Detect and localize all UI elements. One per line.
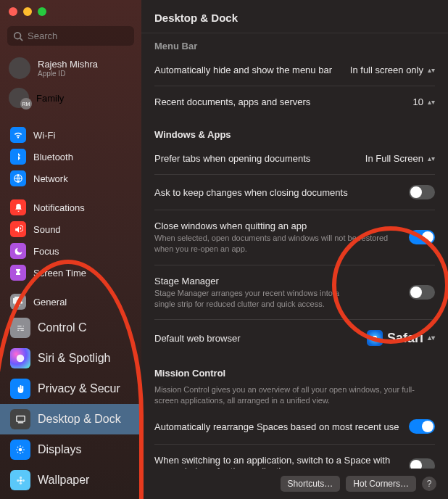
sidebar-item-desktop-dock[interactable]: Desktop & Dock — [0, 404, 141, 434]
row-auto-hide-menubar: Automatically hide and show the menu bar — [154, 65, 341, 75]
section-mission-control: Mission Control — [154, 368, 435, 379]
auto-rearrange-toggle[interactable] — [409, 419, 435, 434]
avatar — [9, 57, 30, 79]
row-recent-items: Recent documents, apps and servers — [154, 96, 405, 107]
sidebar-item-label: Network — [33, 173, 68, 184]
row-close-windows-quit: Close windows when quitting an app — [154, 220, 400, 231]
section-menu-bar: Menu Bar — [154, 41, 435, 51]
sidebar-item-focus[interactable]: Focus — [0, 240, 141, 262]
sidebar: Search Rajesh Mishra Apple ID RM Family … — [0, 0, 141, 499]
row-stage-manager: Stage Manager — [154, 276, 343, 286]
row-prefer-tabs: Prefer tabs when opening documents — [154, 153, 357, 164]
sidebar-list: Wi-FiBluetoothNetwork NotificationsSound… — [0, 112, 141, 499]
sidebar-item-screen-time[interactable]: Screen Time — [0, 262, 141, 284]
hand-icon — [10, 379, 30, 399]
search-icon — [13, 31, 23, 41]
search-placeholder: Search — [28, 30, 57, 41]
window-controls — [0, 0, 141, 23]
mission-control-sub: Mission Control gives you an overview of… — [154, 384, 435, 406]
chevron-updown-icon: ▴▾ — [428, 68, 435, 73]
sidebar-item-family[interactable]: RM Family — [0, 83, 141, 112]
svg-point-6 — [19, 448, 22, 452]
row-stage-manager-sub: Stage Manager arranges your recent windo… — [154, 288, 343, 310]
sidebar-item-label: Focus — [33, 246, 59, 257]
svg-point-0 — [14, 32, 21, 38]
sidebar-item-control-c[interactable]: Control C — [0, 313, 141, 343]
svg-point-11 — [22, 479, 24, 481]
chevron-updown-icon: ▴▾ — [428, 157, 435, 161]
sidebar-item-label: Desktop & Dock — [38, 413, 121, 426]
svg-line-1 — [20, 38, 23, 41]
sun-icon — [10, 440, 30, 460]
content-pane: Desktop & Dock Menu Bar Automatically hi… — [141, 0, 448, 499]
row-auto-rearrange: Automatically rearrange Spaces based on … — [154, 421, 400, 432]
siri-icon — [10, 348, 30, 368]
page-title: Desktop & Dock — [141, 0, 448, 33]
user-sub: Apple ID — [38, 70, 98, 78]
avatar: RM — [9, 88, 29, 108]
sidebar-item-siri-spotligh[interactable]: Siri & Spotligh — [0, 343, 141, 374]
svg-point-8 — [19, 477, 21, 479]
default-browser-popup[interactable]: Safari ▴▾ — [367, 330, 435, 346]
sidebar-item-bluetooth[interactable]: Bluetooth — [0, 146, 141, 168]
svg-rect-5 — [17, 422, 23, 423]
bell-icon — [10, 199, 26, 215]
prefer-tabs-popup[interactable]: In Full Screen ▴▾ — [365, 153, 435, 164]
row-switch-space: When switching to an application, switch… — [154, 455, 400, 469]
sidebar-item-network[interactable]: Network — [0, 168, 141, 189]
sidebar-item-screen-save[interactable]: Screen Save — [0, 495, 141, 499]
svg-point-9 — [19, 482, 21, 484]
gear-icon — [10, 294, 26, 310]
hot-corners-button[interactable]: Hot Corners… — [346, 476, 416, 492]
user-name: Rajesh Mishra — [38, 59, 98, 70]
footer: Shortcuts… Hot Corners… ? — [141, 469, 448, 499]
stage-manager-toggle[interactable] — [409, 285, 435, 300]
row-ask-keep-changes: Ask to keep changes when closing documen… — [154, 187, 400, 198]
family-label: Family — [36, 93, 64, 104]
sidebar-item-wallpaper[interactable]: Wallpaper — [0, 465, 141, 495]
row-default-browser: Default web browser — [154, 333, 358, 344]
safari-icon — [367, 330, 383, 346]
sidebar-item-label: General — [33, 297, 67, 308]
sidebar-item-label: Bluetooth — [33, 152, 73, 162]
sidebar-item-label: Notifications — [33, 202, 85, 213]
sidebar-item-notifications[interactable]: Notifications — [0, 197, 141, 218]
hourglass-icon — [10, 265, 26, 281]
shortcuts-button[interactable]: Shortcuts… — [281, 476, 341, 492]
fullscreen-icon[interactable] — [38, 7, 46, 16]
wifi-icon — [10, 127, 26, 143]
globe-icon — [10, 170, 26, 186]
minimize-icon[interactable] — [23, 7, 32, 16]
recent-popup[interactable]: 10 ▴▾ — [413, 96, 435, 107]
svg-point-10 — [17, 479, 19, 481]
section-windows-apps: Windows & Apps — [154, 129, 435, 140]
sliders-icon — [10, 318, 30, 338]
sidebar-item-privacy-secur[interactable]: Privacy & Secur — [0, 374, 141, 404]
chevron-updown-icon: ▴▾ — [428, 100, 435, 104]
svg-point-3 — [17, 355, 25, 363]
close-icon[interactable] — [9, 7, 17, 16]
close-quit-toggle[interactable] — [409, 230, 435, 244]
sidebar-item-label: Screen Time — [33, 268, 86, 279]
family-badge: RM — [20, 98, 32, 110]
sidebar-item-displays[interactable]: Displays — [0, 434, 141, 465]
speaker-icon — [10, 221, 26, 237]
sidebar-item-general[interactable]: General — [0, 291, 141, 313]
ask-keep-toggle[interactable] — [409, 185, 435, 199]
sidebar-item-apple-id[interactable]: Rajesh Mishra Apple ID — [0, 53, 141, 83]
auto-hide-popup[interactable]: In full screen only ▴▾ — [350, 65, 435, 75]
sidebar-item-wi-fi[interactable]: Wi-Fi — [0, 124, 141, 146]
switch-space-toggle[interactable] — [409, 458, 435, 469]
search-input[interactable]: Search — [7, 26, 134, 46]
dock-icon — [10, 409, 30, 429]
svg-rect-4 — [16, 416, 24, 421]
sidebar-item-label: Sound — [33, 224, 61, 235]
row-close-windows-quit-sub: When selected, open documents and window… — [154, 233, 400, 255]
sidebar-item-label: Privacy & Secur — [38, 382, 120, 395]
sidebar-item-sound[interactable]: Sound — [0, 218, 141, 240]
help-button[interactable]: ? — [422, 477, 436, 491]
sidebar-item-label: Siri & Spotligh — [38, 352, 111, 365]
flower-icon — [10, 470, 30, 490]
chevron-updown-icon: ▴▾ — [428, 336, 435, 340]
sidebar-item-label: Wi-Fi — [33, 130, 55, 141]
